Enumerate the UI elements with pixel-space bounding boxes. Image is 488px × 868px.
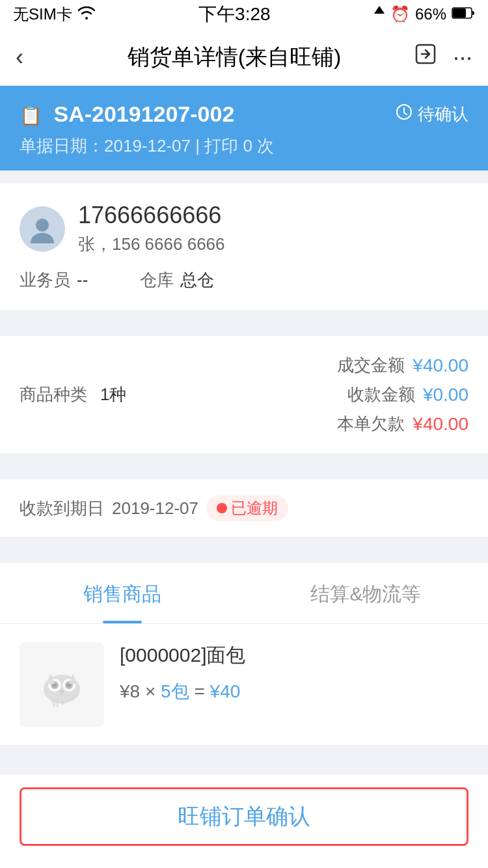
divider-3 bbox=[0, 537, 488, 550]
amount-label: 成交金额 bbox=[337, 354, 405, 377]
overdue-dot bbox=[217, 503, 227, 513]
amount-row: 成交金额 ¥40.00 bbox=[337, 354, 468, 377]
amount-value: ¥40.00 bbox=[413, 355, 468, 376]
product-item: 管+ [0000002]面包 ¥8 × 5包 = ¥40 bbox=[0, 624, 488, 745]
customer-avatar bbox=[20, 206, 65, 252]
order-icon: 📋 bbox=[20, 105, 42, 126]
warehouse-label: 仓库 bbox=[140, 269, 174, 292]
product-logo: 管+ bbox=[33, 662, 91, 707]
status-text: 待确认 bbox=[418, 103, 468, 126]
category-label: 商品种类 bbox=[20, 383, 87, 406]
battery-icon bbox=[452, 5, 475, 23]
wifi-icon bbox=[77, 5, 96, 23]
svg-point-4 bbox=[36, 219, 49, 232]
price-total: ¥40 bbox=[210, 681, 241, 701]
nav-bar: ‹ 销货单详情(来自旺铺) ··· bbox=[0, 29, 488, 86]
order-id: 📋 SA-20191207-002 bbox=[20, 102, 234, 127]
order-header-banner: 📋 SA-20191207-002 待确认 单据日期：2019-12-07 | … bbox=[0, 86, 488, 170]
tabs-section: 销售商品 结算&物流等 管+ bbox=[0, 563, 488, 745]
status-time: 下午3:28 bbox=[198, 2, 271, 27]
order-date: 单据日期：2019-12-07 | 打印 0 次 bbox=[20, 135, 468, 157]
received-row: 收款金额 ¥0.00 bbox=[347, 383, 468, 406]
nav-actions: ··· bbox=[414, 42, 472, 72]
price-qty: 5包 bbox=[161, 681, 189, 701]
price-text: ¥8 × bbox=[120, 681, 161, 701]
product-info: [0000002]面包 ¥8 × 5包 = ¥40 bbox=[120, 642, 468, 727]
salesperson-item: 业务员 -- bbox=[20, 269, 88, 292]
summary-section: 商品种类 1种 成交金额 ¥40.00 收款金额 ¥0.00 本单欠款 ¥40.… bbox=[0, 336, 488, 454]
tab-sales-products[interactable]: 销售商品 bbox=[0, 563, 244, 623]
share-icon[interactable] bbox=[414, 42, 437, 72]
received-value: ¥0.00 bbox=[423, 385, 468, 405]
order-status: 待确认 bbox=[396, 103, 468, 126]
customer-name: 张，156 6666 6666 bbox=[78, 233, 225, 256]
svg-text:管+: 管+ bbox=[51, 698, 65, 707]
confirm-order-button[interactable]: 旺铺订单确认 bbox=[20, 787, 468, 846]
sim-status: 无SIM卡 bbox=[13, 4, 72, 25]
customer-info: 17666666666 张，156 6666 6666 bbox=[78, 202, 225, 256]
clock-icon bbox=[396, 103, 413, 125]
more-icon[interactable]: ··· bbox=[453, 44, 472, 71]
customer-meta: 业务员 -- 仓库 总仓 bbox=[20, 269, 468, 292]
category-value: 1种 bbox=[100, 383, 126, 406]
status-right: ⏰ 66% bbox=[373, 5, 475, 23]
salesperson-label: 业务员 bbox=[20, 269, 70, 292]
overdue-badge: 已逾期 bbox=[206, 495, 288, 521]
location-icon bbox=[373, 5, 385, 23]
back-button[interactable]: ‹ bbox=[16, 44, 55, 71]
battery-text: 66% bbox=[415, 5, 446, 23]
summary-left: 商品种类 1种 bbox=[20, 383, 126, 406]
product-name: [0000002]面包 bbox=[120, 642, 468, 669]
alarm-icon: ⏰ bbox=[390, 5, 410, 23]
status-bar: 无SIM卡 下午3:28 ⏰ 66% bbox=[0, 0, 488, 29]
divider-1 bbox=[0, 310, 488, 323]
status-left: 无SIM卡 bbox=[13, 4, 96, 25]
summary-row: 商品种类 1种 成交金额 ¥40.00 收款金额 ¥0.00 本单欠款 ¥40.… bbox=[20, 354, 468, 435]
product-image: 管+ bbox=[20, 642, 104, 727]
debt-row: 本单欠款 ¥40.00 bbox=[337, 413, 468, 435]
customer-section: 17666666666 张，156 6666 6666 业务员 -- 仓库 总仓 bbox=[0, 183, 488, 310]
tabs-header: 销售商品 结算&物流等 bbox=[0, 563, 488, 624]
customer-top: 17666666666 张，156 6666 6666 bbox=[20, 202, 468, 256]
order-header-top: 📋 SA-20191207-002 待确认 bbox=[20, 102, 468, 127]
overdue-text: 已逾期 bbox=[231, 498, 278, 519]
due-label: 收款到期日 bbox=[20, 497, 104, 520]
product-price: ¥8 × 5包 = ¥40 bbox=[120, 679, 468, 704]
debt-label: 本单欠款 bbox=[337, 413, 405, 435]
warehouse-item: 仓库 总仓 bbox=[140, 269, 214, 292]
customer-phone: 17666666666 bbox=[78, 202, 225, 229]
summary-right: 成交金额 ¥40.00 收款金额 ¥0.00 本单欠款 ¥40.00 bbox=[337, 354, 468, 435]
bottom-bar: 旺铺订单确认 bbox=[0, 774, 488, 868]
divider-2 bbox=[0, 454, 488, 467]
received-label: 收款金额 bbox=[347, 383, 415, 406]
warehouse-value: 总仓 bbox=[180, 269, 214, 292]
price-equals: = bbox=[189, 681, 210, 701]
due-date: 2019-12-07 bbox=[112, 498, 198, 519]
tab-settlement[interactable]: 结算&物流等 bbox=[244, 563, 488, 623]
page-title: 销货单详情(来自旺铺) bbox=[128, 42, 342, 72]
due-section: 收款到期日 2019-12-07 已逾期 bbox=[0, 480, 488, 537]
debt-value: ¥40.00 bbox=[413, 414, 468, 435]
salesperson-value: -- bbox=[77, 270, 88, 290]
svg-rect-1 bbox=[453, 8, 466, 18]
